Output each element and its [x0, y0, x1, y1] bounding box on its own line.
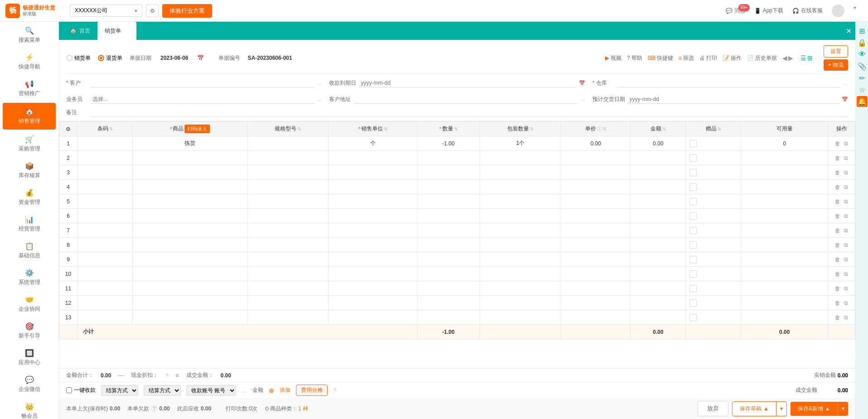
- grid-view-icon[interactable]: ⊞: [807, 54, 813, 62]
- save-new-arrow-button[interactable]: ▾: [838, 402, 848, 416]
- trial-button[interactable]: 体验行业方案: [162, 4, 212, 18]
- scan-button[interactable]: 扫码录入: [184, 125, 210, 133]
- sidebar-item-marketing[interactable]: 📢 营销推广: [0, 75, 58, 102]
- fee-help-icon[interactable]: ?: [333, 387, 336, 394]
- sidebar-item-wechat[interactable]: 💬 企业微信: [0, 371, 58, 398]
- radio-sale[interactable]: 销货单: [66, 54, 91, 62]
- user-menu[interactable]: ▾: [853, 5, 863, 17]
- sidebar-item-sales[interactable]: 🏠 销售管理: [3, 103, 56, 130]
- save-draft-button[interactable]: 保存草稿 ▲: [732, 401, 776, 416]
- amount-sort-icon[interactable]: ⇅: [662, 126, 666, 131]
- copy-icon-6[interactable]: ⧉: [844, 213, 848, 219]
- app-download-item[interactable]: 📱 App下载: [754, 7, 783, 14]
- right-btn-4[interactable]: 📎: [857, 61, 868, 72]
- expected-cal-icon[interactable]: 📅: [842, 96, 848, 102]
- settlement-select[interactable]: 结算方式: [101, 385, 138, 396]
- sidebar-item-collab[interactable]: 🤝 企业协同: [0, 291, 58, 318]
- copy-icon-1[interactable]: ⧉: [844, 140, 848, 147]
- sidebar-item-member[interactable]: 👑 畅会员: [0, 398, 58, 419]
- delete-icon-4[interactable]: 🗑: [835, 184, 840, 190]
- copy-icon-10[interactable]: ⧉: [844, 271, 848, 277]
- sidebar-item-purchase[interactable]: 🛒 采购管理: [0, 130, 58, 157]
- sidebar-item-inventory[interactable]: 📦 库存核算: [0, 157, 58, 184]
- account-select[interactable]: 收款账号 账号: [186, 385, 236, 396]
- right-btn-5[interactable]: ✏: [857, 72, 868, 83]
- row-spec-1[interactable]: [247, 136, 328, 151]
- account-dots[interactable]: …: [242, 387, 247, 394]
- copy-icon-5[interactable]: ⧉: [844, 198, 848, 205]
- row-qty-1[interactable]: -1.00: [417, 136, 480, 151]
- customer-input[interactable]: [91, 79, 314, 87]
- price-sort-icon[interactable]: ⇅: [603, 126, 606, 131]
- delete-icon-8[interactable]: 🗑: [835, 242, 840, 248]
- delete-icon-13[interactable]: 🗑: [835, 314, 840, 321]
- sidebar-item-search[interactable]: 🔍 搜索菜单: [0, 22, 58, 48]
- copy-icon-12[interactable]: ⧉: [844, 300, 848, 306]
- copy-icon-7[interactable]: ⧉: [844, 227, 848, 234]
- copy-icon-9[interactable]: ⧉: [844, 256, 848, 263]
- barcode-sort-icon[interactable]: ⇅: [109, 126, 113, 131]
- discount-info-icon[interactable]: ?: [165, 373, 168, 378]
- right-btn-7[interactable]: 🔔: [857, 96, 868, 107]
- copy-icon-13[interactable]: ⧉: [844, 314, 848, 321]
- owed-help-icon[interactable]: ?: [151, 405, 157, 412]
- sidebar-item-finance[interactable]: 💰 资金管理: [0, 184, 58, 211]
- shortcut-action[interactable]: ⌨ 快捷键: [648, 54, 673, 62]
- right-btn-6[interactable]: ☆: [857, 84, 868, 95]
- copy-icon-3[interactable]: ⧉: [844, 169, 848, 176]
- next-arrow[interactable]: ▶: [788, 54, 793, 62]
- delete-icon-1[interactable]: 🗑: [835, 140, 840, 147]
- delete-icon-3[interactable]: 🗑: [835, 169, 840, 176]
- online-service-item[interactable]: 🎧 在线客服: [792, 7, 823, 14]
- video-action[interactable]: ▶ 视频: [605, 54, 621, 62]
- right-btn-3[interactable]: 👁: [857, 49, 868, 60]
- delete-icon-6[interactable]: 🗑: [835, 213, 840, 219]
- gift-sort-icon[interactable]: ⇅: [718, 126, 721, 131]
- unit-sort-icon[interactable]: ⇅: [384, 126, 388, 131]
- message-icon-item[interactable]: 💬 消息 99+: [726, 7, 745, 14]
- copy-icon-2[interactable]: ⧉: [844, 155, 848, 161]
- customer-addr-input[interactable]: [354, 95, 577, 104]
- sidebar-item-appstore[interactable]: 🔲 应用中心: [0, 344, 58, 371]
- delete-icon-5[interactable]: 🗑: [835, 198, 840, 205]
- sidebar-item-guide[interactable]: 🎯 新手引导: [0, 318, 58, 344]
- tab-home[interactable]: 🏠 首页: [63, 22, 97, 40]
- filter-action[interactable]: ≡ 筛选: [679, 54, 694, 62]
- prev-arrow[interactable]: ◀: [782, 54, 787, 62]
- row-gift-1[interactable]: [686, 136, 741, 151]
- discard-button[interactable]: 放弃: [698, 401, 728, 416]
- spec-sort-icon[interactable]: ⇅: [297, 126, 301, 131]
- expected-date-input[interactable]: [628, 95, 839, 104]
- checkbox-goods-type[interactable]: ⊙: [265, 405, 269, 412]
- settlement-sub-select[interactable]: 结算方式: [144, 385, 181, 396]
- close-tab-button[interactable]: ×: [126, 27, 129, 34]
- delete-icon-12[interactable]: 🗑: [835, 300, 840, 306]
- radio-return[interactable]: 退货单: [98, 54, 122, 62]
- copy-icon-8[interactable]: ⧉: [844, 242, 848, 248]
- salesman-input[interactable]: [91, 95, 314, 104]
- company-selector[interactable]: XXXXXX公司 ▾: [70, 5, 142, 17]
- warehouse-input[interactable]: 建材仓: [617, 79, 840, 87]
- help-action[interactable]: ? 帮助: [627, 54, 642, 62]
- delete-icon-9[interactable]: 🗑: [835, 256, 840, 263]
- save-draft-arrow-button[interactable]: ▾: [776, 401, 787, 416]
- row-barcode-1[interactable]: [78, 136, 133, 151]
- qty-sort-icon[interactable]: ⇅: [454, 126, 458, 131]
- calendar-icon[interactable]: 📅: [197, 55, 204, 61]
- quick-payment-input[interactable]: [66, 387, 72, 393]
- price-info-icon[interactable]: ⓘ: [597, 125, 602, 132]
- right-btn-2[interactable]: 🔒: [857, 37, 868, 48]
- sidebar-item-system[interactable]: ⚙️ 系统管理: [0, 264, 58, 291]
- row-unit-1[interactable]: 个: [329, 136, 417, 151]
- due-date-calendar-icon[interactable]: 📅: [579, 80, 585, 86]
- delete-icon-11[interactable]: 🗑: [835, 285, 840, 292]
- row-amount-1[interactable]: 0.00: [630, 136, 686, 151]
- salesman-dots[interactable]: …: [317, 96, 322, 102]
- list-view-icon[interactable]: ☰: [800, 54, 806, 62]
- right-btn-1[interactable]: ⊞: [857, 25, 868, 36]
- print-action[interactable]: 🖨 打印: [699, 54, 717, 62]
- operate-action[interactable]: 📝 操作: [723, 54, 742, 62]
- fee-split-button[interactable]: 费用分摊: [296, 385, 328, 396]
- note-input[interactable]: [91, 108, 848, 117]
- avatar[interactable]: [832, 5, 844, 17]
